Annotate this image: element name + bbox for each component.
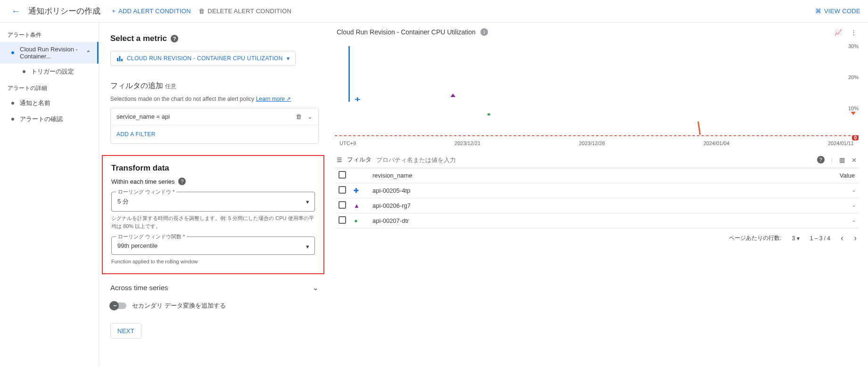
- svg-line-8: [698, 122, 700, 135]
- view-code-button[interactable]: ⌘ VIEW CODE: [815, 8, 860, 15]
- top-actions: + ADD ALERT CONDITION 🗑 DELETE ALERT CON…: [112, 8, 291, 15]
- value-cell: -: [700, 183, 859, 198]
- topbar: ← 通知ポリシーの作成 + ADD ALERT CONDITION 🗑 DELE…: [0, 0, 868, 23]
- table-toolbar: ☰ フィルタ ? | ▥ ⤫: [335, 152, 859, 168]
- add-alert-condition-label: ADD ALERT CONDITION: [118, 8, 191, 15]
- add-filter-button[interactable]: ADD A FILTER: [111, 125, 318, 143]
- row-checkbox[interactable]: [339, 216, 346, 224]
- x-tick: 2024/01/11: [828, 140, 854, 146]
- chart-canvas[interactable]: 30% 20% 10% + ▲ ● ▼ 0: [335, 41, 859, 139]
- svg-rect-2: [121, 59, 123, 61]
- sidebar-item-notify[interactable]: 通知と名前: [0, 95, 99, 111]
- learn-more-label: Learn more: [256, 96, 285, 102]
- filter-icon[interactable]: ☰: [337, 156, 342, 163]
- chart-svg: + ▲ ● ▼: [335, 41, 859, 139]
- secondary-transform-toggle[interactable]: −: [110, 302, 126, 309]
- transform-heading: Transform data: [111, 163, 315, 173]
- trash-icon: 🗑: [198, 8, 205, 15]
- revision-name-cell: api-00207-dtr: [369, 213, 700, 228]
- back-arrow-icon[interactable]: ←: [8, 2, 25, 20]
- table-row[interactable]: ✚ api-00205-4tp -: [335, 183, 859, 198]
- chevron-down-icon: ⌄: [313, 284, 319, 292]
- next-button[interactable]: NEXT: [110, 323, 141, 339]
- filter-optional-label: 任意: [165, 82, 176, 90]
- chevron-down-icon[interactable]: ⌄: [307, 113, 313, 120]
- plus-icon: +: [112, 8, 116, 15]
- transform-data-section: Transform data Within each time series ?…: [102, 155, 324, 274]
- sidebar-item-condition[interactable]: Cloud Run Revision - Container... ⌃: [0, 42, 99, 64]
- columns-icon[interactable]: ▥: [839, 156, 845, 163]
- view-code-label: VIEW CODE: [824, 8, 860, 15]
- explore-icon[interactable]: 📈: [835, 29, 842, 36]
- rolling-fn-field[interactable]: ローリング ウィンドウ関数 * 99th percentile ▾: [111, 237, 315, 255]
- step-dot-icon: [11, 118, 14, 121]
- sidebar-item-trigger[interactable]: トリガーの設定: [0, 64, 99, 80]
- page-title: 通知ポリシーの作成: [28, 6, 100, 16]
- col-revision-name[interactable]: revision_name: [369, 168, 700, 183]
- threshold-badge: 0: [852, 135, 859, 140]
- filter-description: Selections made on the chart do not affe…: [110, 96, 319, 102]
- sidebar-group-conditions: アラート条件: [0, 26, 99, 42]
- learn-more-link[interactable]: Learn more ↗: [256, 96, 291, 102]
- y-tick: 30%: [848, 43, 859, 49]
- filter-heading-text: フィルタの追加: [110, 81, 163, 91]
- next-page-icon[interactable]: ›: [854, 233, 857, 243]
- series-marker-icon: ✚: [354, 187, 358, 194]
- table-filter-input[interactable]: [376, 156, 812, 163]
- col-value[interactable]: Value: [700, 168, 859, 183]
- help-icon[interactable]: ?: [817, 156, 825, 163]
- rolling-fn-helper: Function applied to the rolling window: [111, 258, 315, 266]
- delete-filter-icon[interactable]: 🗑: [296, 113, 302, 120]
- revision-name-cell: api-00206-rg7: [369, 198, 700, 213]
- select-metric-heading: Select a metric ?: [110, 34, 319, 43]
- collapse-icon[interactable]: ⤫: [851, 156, 857, 163]
- metric-selector-button[interactable]: CLOUD RUN REVISION - CONTAINER CPU UTILI…: [110, 51, 296, 66]
- y-tick: 20%: [848, 74, 859, 80]
- rolling-window-helper: シグナルを計算する時間の長さを調整します。例: 5 分間にした場合の CPU 使…: [111, 214, 315, 230]
- across-time-series-toggle[interactable]: Across time series ⌄: [110, 284, 319, 292]
- step-dot-icon: [11, 102, 14, 105]
- table-row[interactable]: ▲ api-00206-rg7 -: [335, 198, 859, 213]
- sidebar-item-review[interactable]: アラートの確認: [0, 111, 99, 127]
- step-dot-icon: [11, 51, 14, 54]
- sidebar-item-notify-label: 通知と名前: [20, 99, 50, 107]
- across-label: Across time series: [110, 284, 168, 292]
- table-filter-label: フィルタ: [347, 155, 372, 164]
- sidebar-group-details: アラートの詳細: [0, 80, 99, 95]
- row-checkbox[interactable]: [339, 201, 346, 209]
- form-column: Select a metric ? CLOUD RUN REVISION - C…: [99, 23, 330, 367]
- add-alert-condition-button[interactable]: + ADD ALERT CONDITION: [112, 8, 191, 15]
- table-row[interactable]: ● api-00207-dtr -: [335, 213, 859, 228]
- info-icon[interactable]: i: [480, 28, 488, 36]
- rolling-window-field[interactable]: ローリング ウィンドウ * 5 分 ▾: [111, 192, 315, 212]
- within-series-label: Within each time series ?: [111, 178, 315, 185]
- rolling-fn-label: ローリング ウィンドウ関数 *: [116, 233, 187, 240]
- bar-chart-icon: [116, 55, 123, 62]
- row-checkbox[interactable]: [339, 186, 346, 194]
- value-cell: -: [700, 198, 859, 213]
- more-icon[interactable]: ⋮: [851, 29, 857, 36]
- filter-desc-text: Selections made on the chart do not affe…: [110, 96, 256, 102]
- sidebar: アラート条件 Cloud Run Revision - Container...…: [0, 23, 99, 367]
- delete-alert-condition-button[interactable]: 🗑 DELETE ALERT CONDITION: [198, 8, 291, 15]
- code-icon: ⌘: [815, 8, 821, 15]
- chart-column: Cloud Run Revision - Container CPU Utili…: [330, 23, 868, 367]
- help-icon[interactable]: ?: [178, 178, 186, 185]
- x-tick: UTC+9: [339, 140, 356, 146]
- x-tick: 2023/12/21: [455, 140, 480, 146]
- x-axis: UTC+9 2023/12/21 2023/12/28 2024/01/04 2…: [335, 140, 859, 146]
- sidebar-item-trigger-label: トリガーの設定: [31, 67, 74, 76]
- sidebar-item-condition-label: Cloud Run Revision - Container...: [20, 46, 80, 60]
- rolling-window-label: ローリング ウィンドウ *: [116, 188, 176, 196]
- help-icon[interactable]: ?: [171, 35, 178, 42]
- per-page-select[interactable]: 3 ▾: [792, 235, 800, 242]
- delete-alert-condition-label: DELETE ALERT CONDITION: [207, 8, 291, 15]
- select-all-checkbox[interactable]: [339, 171, 346, 179]
- caret-down-icon: ▾: [287, 55, 289, 62]
- y-tick: 10%: [848, 106, 859, 111]
- svg-text:●: ●: [487, 111, 491, 117]
- svg-rect-0: [117, 58, 118, 61]
- prev-page-icon[interactable]: ‹: [841, 233, 843, 243]
- chevron-up-icon[interactable]: ⌃: [86, 49, 91, 57]
- filter-chip-row[interactable]: service_name = api 🗑 ⌄: [111, 108, 318, 125]
